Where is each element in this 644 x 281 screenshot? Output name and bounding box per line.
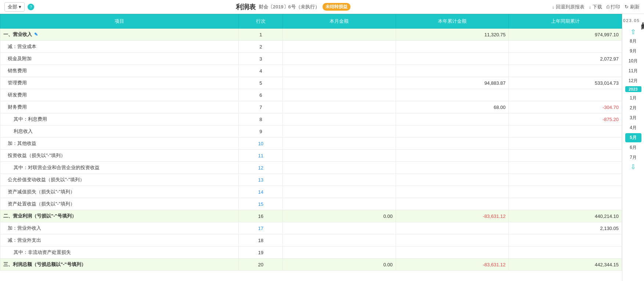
month-item[interactable]: 12月 [625, 76, 641, 85]
help-icon[interactable]: ? [28, 4, 34, 10]
month-amount [283, 222, 396, 234]
month-amount [283, 234, 396, 247]
prev-amount: 440,214.10 [509, 210, 622, 222]
month-item[interactable]: 7月 [625, 153, 641, 162]
table-row: 资产减值损失（损失以"-"填列） 14 [0, 186, 622, 198]
year-amount [396, 198, 509, 210]
row-number: 14 [239, 186, 283, 198]
table-row: 二、营业利润（亏损以"-"号填列） 16 0.00 -83,631.12 440… [0, 210, 622, 222]
item-name: 加：营业外收入 [0, 222, 239, 234]
row-number: 3 [239, 53, 283, 65]
month-item[interactable]: 8月 [625, 37, 641, 46]
row-number: 11 [239, 150, 283, 162]
month-amount [283, 65, 396, 77]
year-amount: 94,883.87 [396, 77, 509, 89]
table-row: 三、利润总额（亏损总额以"-"号填列） 20 0.00 -83,631.12 4… [0, 259, 622, 271]
month-item[interactable]: 4月 [625, 123, 641, 132]
table-row: 利息收入 9 [0, 125, 622, 138]
sidebar-title: 月份选择 2023.05 [622, 17, 644, 24]
table-row: 其中：利息费用 8 -875.20 [0, 113, 622, 125]
table-row: 研发费用 6 [0, 89, 622, 101]
item-name: 其中：利息费用 [0, 113, 239, 125]
nav-down-btn[interactable]: ⇩ [625, 162, 641, 172]
year-amount [396, 162, 509, 174]
row-number: 12 [239, 162, 283, 174]
table-row: 资产处置收益（损失以"-"填列） 15 [0, 198, 622, 210]
month-item[interactable]: 10月 [625, 56, 641, 66]
month-amount [283, 101, 396, 113]
prev-amount: 442,344.15 [509, 259, 622, 271]
year-amount: -83,631.12 [396, 259, 509, 271]
nav-up-btn[interactable]: ⇧ [625, 27, 641, 37]
month-sidebar: 月份选择 2023.05 ⇧ 8月9月10月11月12月20231月2月3月4月… [622, 14, 644, 281]
chevron-down-icon: ▾ [19, 4, 21, 10]
row-number: 1 [239, 29, 283, 41]
item-name: 公允价值变动收益（损失以"-"填列） [0, 174, 239, 186]
main-layout: 项目 行次 本月金额 本年累计金额 上年同期累计 一、营业收入✎ 1 11,32… [0, 14, 644, 281]
table-row: 公允价值变动收益（损失以"-"填列） 13 [0, 174, 622, 186]
year-amount [396, 113, 509, 125]
row-number: 5 [239, 77, 283, 89]
month-amount [283, 113, 396, 125]
row-number: 13 [239, 174, 283, 186]
prev-amount: 974,997.10 [509, 29, 622, 41]
row-number: 16 [239, 210, 283, 222]
prev-amount [509, 41, 622, 53]
row-number: 9 [239, 125, 283, 138]
table-row: 财务费用 7 68.00 -304.70 [0, 101, 622, 113]
prev-amount [509, 174, 622, 186]
year-amount: 11,320.75 [396, 29, 509, 41]
prev-amount [509, 162, 622, 174]
print-btn[interactable]: ⎙ 打印 [607, 4, 620, 10]
prev-amount [509, 198, 622, 210]
month-amount [283, 198, 396, 210]
year-amount [396, 125, 509, 138]
month-amount: 0.00 [283, 259, 396, 271]
prev-amount [509, 89, 622, 101]
month-item[interactable]: 6月 [625, 143, 641, 152]
item-name: 其中：对联营企业和合营企业的投资收益 [0, 162, 239, 174]
top-bar-left: 全部 ▾ ? [4, 2, 34, 12]
month-amount [283, 138, 396, 150]
month-amount [283, 174, 396, 186]
month-amount [283, 89, 396, 101]
download-btn[interactable]: ↓ 下载 [589, 4, 602, 10]
year-amount [396, 222, 509, 234]
month-item[interactable]: 1月 [625, 94, 641, 103]
row-number: 4 [239, 65, 283, 77]
scope-dropdown[interactable]: 全部 ▾ [4, 2, 25, 12]
year-amount [396, 174, 509, 186]
row-number: 19 [239, 247, 283, 259]
month-item[interactable]: 9月 [625, 47, 641, 56]
item-name: 减：营业成本 [0, 41, 239, 53]
year-amount [396, 150, 509, 162]
month-item[interactable]: 2月 [625, 103, 641, 113]
year-amount [396, 53, 509, 65]
refresh-btn[interactable]: ↻ 刷新 [625, 4, 640, 10]
month-amount: 0.00 [283, 210, 396, 222]
month-amount [283, 247, 396, 259]
year-amount [396, 138, 509, 150]
edit-icon[interactable]: ✎ [34, 32, 38, 37]
prev-amount [509, 234, 622, 247]
row-number: 7 [239, 101, 283, 113]
year-amount [396, 247, 509, 259]
prev-amount [509, 125, 622, 138]
table-row: 管理费用 5 94,883.87 533,014.73 [0, 77, 622, 89]
row-number: 18 [239, 234, 283, 247]
col-header-item: 项目 [0, 14, 239, 29]
prev-amount [509, 247, 622, 259]
item-name: 资产处置收益（损失以"-"填列） [0, 198, 239, 210]
month-item[interactable]: 5月 [625, 133, 641, 142]
doc-info: 财会〔2019〕6号（未执行） [259, 4, 320, 10]
prev-amount [509, 65, 622, 77]
table-row: 其中：对联营企业和合营企业的投资收益 12 [0, 162, 622, 174]
table-row: 减：营业成本 2 [0, 41, 622, 53]
month-item[interactable]: 2023 [625, 86, 641, 92]
item-name: 加：其他收益 [0, 138, 239, 150]
item-name: 利息收入 [0, 125, 239, 138]
month-item[interactable]: 11月 [625, 66, 641, 76]
year-amount: 68.00 [396, 101, 509, 113]
month-item[interactable]: 3月 [625, 113, 641, 123]
back-btn[interactable]: ↓ 回退到原报表 [552, 4, 584, 10]
